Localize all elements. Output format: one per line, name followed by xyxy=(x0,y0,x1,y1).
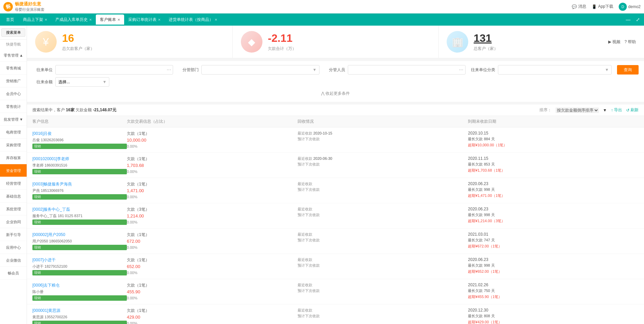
filter-row-2: 往来余额 选择... 欠款 预付 全部 ▼ xyxy=(32,77,639,87)
customer-name-6[interactable]: [0007]小进干 xyxy=(32,257,127,263)
sidebar-item-inventory[interactable]: 库存核算 xyxy=(0,151,27,164)
sidebar: 搜索菜单 快捷导航 零售管理 ▲ 零售商城 营销推广 会员中心 零售统计 批发管… xyxy=(0,26,27,324)
sidebar-item-system[interactable]: 系统管理 xyxy=(0,203,27,215)
tab-purchase-stats[interactable]: 进货单统计表（按商品） ✕ xyxy=(165,14,221,25)
search-menu-button[interactable]: 搜索菜单 xyxy=(1,28,25,37)
customer-phone-5: 用户2050 18665062050 xyxy=(32,239,127,244)
sidebar-item-enterprise[interactable]: 企业协同 xyxy=(0,215,27,228)
overdue-link-3[interactable]: 超期¥1,471.00（1笔） xyxy=(468,193,639,198)
sidebar-item-new-guide[interactable]: 新手引导 xyxy=(0,228,27,241)
customer-name-5[interactable]: [000002]用户2050 xyxy=(32,232,127,238)
dept-select[interactable] xyxy=(201,65,319,75)
customer-info-8: [000001]黄思源 黄思源 13552700226 现销 xyxy=(32,308,127,324)
tab-purchase-stats-label: 进货单统计表（按商品） xyxy=(169,17,213,23)
sidebar-item-marketing[interactable]: 营销推广 xyxy=(0,75,27,87)
total-customers-value: 131 xyxy=(474,32,498,45)
customer-info-2: [0001020001]李老师 李老师 18600391516 现销 xyxy=(32,156,127,174)
refresh-button[interactable]: ↺ 刷新 xyxy=(626,107,639,113)
customer-tag-8: 现销 xyxy=(32,321,127,324)
tab-purchase-order-close[interactable]: ✕ xyxy=(158,18,161,22)
content-area: ¥ 16 总欠款客户（家） ◆ -2.11 欠款合计（万） 🏢 xyxy=(27,26,644,324)
tab-production-close[interactable]: ✕ xyxy=(89,18,92,22)
customer-name-4[interactable]: [0002]服务中心_丁磊 xyxy=(32,207,127,212)
collection-info-6: 最近收款 预计下次收款 xyxy=(298,257,468,268)
debt-info-2: 欠款（1笔） 1,703.68 0.00% xyxy=(127,156,298,174)
overdue-link-2[interactable]: 超期¥1,703.68（1笔） xyxy=(468,168,639,173)
person-input[interactable] xyxy=(348,65,466,75)
tab-customer-account-close[interactable]: ✕ xyxy=(117,18,120,22)
customer-name-8[interactable]: [000001]黄思源 xyxy=(32,308,127,314)
sidebar-item-operations[interactable]: 经营管理 xyxy=(0,177,27,190)
sidebar-item-batch-mgmt[interactable]: 批发管理 ▼ xyxy=(0,113,27,126)
tab-home[interactable]: 首页 xyxy=(1,17,19,23)
customer-tag-1: 现销 xyxy=(32,144,127,149)
customer-name-7[interactable]: [0006]去下粮仓 xyxy=(32,283,127,288)
export-button[interactable]: ↑ 导出 xyxy=(611,107,622,113)
query-button[interactable]: 查询 xyxy=(617,65,639,75)
vendor-input[interactable] xyxy=(55,65,173,75)
collection-info-2: 最近收款 2020-06-30 预计下次收款 xyxy=(298,156,468,167)
debt-info-3: 欠款（1笔） 1,471.00 0.00% xyxy=(127,181,298,199)
customer-name-1[interactable]: [0016]吕俊 xyxy=(32,131,127,137)
app-download-button[interactable]: 📱 App下载 xyxy=(592,4,613,9)
overdue-link-1[interactable]: 超期¥10,000.00（1笔） xyxy=(468,143,639,148)
sidebar-item-vip[interactable]: 畅会员 xyxy=(0,267,27,279)
sidebar-item-purchase[interactable]: 采购管理 xyxy=(0,139,27,151)
person-dots-icon[interactable]: ··· xyxy=(459,67,463,73)
balance-select[interactable]: 选择... 欠款 预付 全部 xyxy=(55,77,109,87)
sidebar-item-basic-info[interactable]: 基础信息 xyxy=(0,190,27,203)
video-button[interactable]: ▶ 视频 xyxy=(608,39,620,45)
overdue-info-5: 2021.03.01 最长欠款 747 天 超期¥672.00（1笔） xyxy=(468,232,639,249)
tab-products-label: 商品上下架 xyxy=(23,17,43,23)
logo-area: 畅 畅捷通好生意 母婴行业演示账套 xyxy=(3,1,71,12)
overdue-info-3: 2020.06.23 最长欠款 998 天 超期¥1,471.00（1笔） xyxy=(468,181,639,198)
debt-customers-value: 16 xyxy=(62,32,94,45)
app-download-label: App下载 xyxy=(598,4,613,9)
overdue-info-1: 2020.10.15 最长欠款 884 天 超期¥10,000.00（1笔） xyxy=(468,131,639,148)
user-avatar[interactable]: D demo2 xyxy=(619,3,641,11)
message-icon: 💬 xyxy=(572,4,577,9)
overdue-link-7[interactable]: 超期¥455.90（1笔） xyxy=(468,294,639,299)
sidebar-item-retail-stats[interactable]: 零售统计 xyxy=(0,100,27,113)
overdue-info-7: 2021.02.26 最长欠款 750 天 超期¥455.90（1笔） xyxy=(468,283,639,299)
sidebar-item-ecom[interactable]: 电商管理 xyxy=(0,126,27,139)
debt-customers-label: 总欠款客户（家） xyxy=(62,46,94,52)
tab-production[interactable]: 产成品入库单历史 ✕ xyxy=(51,14,96,25)
vendor-category-select[interactable] xyxy=(498,65,612,75)
sidebar-item-members[interactable]: 会员中心 xyxy=(0,87,27,100)
overdue-link-6[interactable]: 超期¥652.00（1笔） xyxy=(468,269,639,274)
vendor-dots-icon[interactable]: ··· xyxy=(167,67,171,73)
overdue-link-5[interactable]: 超期¥672.00（1笔） xyxy=(468,244,639,249)
tab-purchase-order-label: 采购订单统计表 xyxy=(128,17,157,23)
tab-products-close[interactable]: ✕ xyxy=(45,18,47,22)
top-right: 💬 消息 📱 App下载 D demo2 xyxy=(572,3,641,11)
sidebar-item-retail-store[interactable]: 零售商城 xyxy=(0,62,27,75)
message-button[interactable]: 💬 消息 xyxy=(572,4,586,9)
sidebar-item-finance[interactable]: 资金管理 xyxy=(0,164,27,177)
help-button[interactable]: ? 帮助 xyxy=(624,39,636,45)
video-icon: ▶ xyxy=(608,39,611,44)
sort-select[interactable]: 按欠款金额倒序排序 xyxy=(556,108,599,113)
tab-minimize-button[interactable]: — xyxy=(623,17,633,22)
overdue-info-8: 2020.12.30 最长欠款 808 天 超期¥429.00（1笔） xyxy=(468,308,639,324)
username-label: demo2 xyxy=(628,4,641,9)
customer-name-3[interactable]: [0003]畅捷服务尹海燕 xyxy=(32,181,127,187)
collapse-button[interactable]: ⋀ 收起更多条件 xyxy=(32,89,639,98)
stat-card-total-customers: 🏢 131 总客户（家） ▶ 视频 ? 帮助 xyxy=(439,26,644,58)
sidebar-item-retail-mgmt[interactable]: 零售管理 ▲ xyxy=(0,49,27,62)
col-collection: 回收情况 xyxy=(298,119,468,124)
phone-icon: 📱 xyxy=(592,4,597,9)
overdue-link-4[interactable]: 超期¥1,214.00（3笔） xyxy=(468,218,639,224)
balance-label: 往来余额 xyxy=(32,79,53,85)
tab-maximize-button[interactable]: ⤢ xyxy=(633,17,643,22)
sidebar-item-wechat[interactable]: 企业微信 xyxy=(0,254,27,267)
tab-purchase-stats-close[interactable]: ✕ xyxy=(215,18,217,22)
tab-customer-account[interactable]: 客户账本 ✕ xyxy=(96,14,124,25)
dept-label: 分管部门 xyxy=(178,67,199,73)
sidebar-item-app-center[interactable]: 应用中心 xyxy=(0,241,27,254)
customer-name-2[interactable]: [0001020001]李老师 xyxy=(32,156,127,162)
debt-count-1: 欠款（1笔） xyxy=(127,131,298,137)
tab-purchase-order[interactable]: 采购订单统计表 ✕ xyxy=(124,14,165,25)
tab-products[interactable]: 商品上下架 ✕ xyxy=(19,14,51,25)
overdue-link-8[interactable]: 超期¥429.00（1笔） xyxy=(468,320,639,324)
